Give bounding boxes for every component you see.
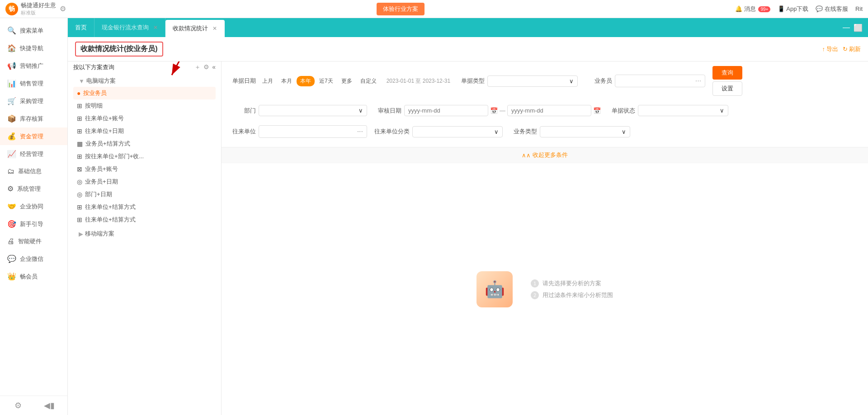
dept-select[interactable]: ∨ <box>259 105 367 116</box>
marketing-icon: 📢 <box>7 61 16 70</box>
settings-button[interactable]: 设置 <box>712 81 742 96</box>
messages-badge: 99+ <box>758 6 770 12</box>
filter-field-salesperson: 业务员 ··· <box>585 75 705 87</box>
filter-field-auditdate: 审核日期 📅 — 📅 <box>374 105 601 116</box>
scheme-item-salesperson-date[interactable]: ◎ 业务员+日期 <box>73 175 216 188</box>
settings-icon[interactable]: ⚙ <box>60 5 66 13</box>
logo-icon: 畅 <box>5 3 18 15</box>
scheme-add-icon[interactable]: ＋ <box>194 63 201 71</box>
scheme-item-by-detail[interactable]: ⊞ 按明细 <box>73 99 216 112</box>
scheme-item-icon-8: ◎ <box>77 191 82 198</box>
scheme-item-icon-9: ⊞ <box>77 203 82 211</box>
page-header: 收款情况统计(按业务员) ↑ 导出 ↻ 刷新 <box>68 37 868 61</box>
sidebar-item-guide[interactable]: 🎯 新手引导 <box>0 215 67 233</box>
export-button[interactable]: ↑ 导出 <box>822 45 839 53</box>
step-1-num: 1 <box>531 279 539 288</box>
sidebar-item-hardware[interactable]: 🖨 智能硬件 <box>0 233 67 250</box>
date-tab-custom[interactable]: 自定义 <box>357 76 380 86</box>
tab-collection-stat-close[interactable]: ✕ <box>212 25 217 32</box>
empty-steps: 1 请先选择要分析的方案 2 用过滤条件来缩小分析范围 <box>531 279 613 299</box>
doctype-select[interactable]: ∨ <box>487 75 578 87</box>
sidebar-item-operations[interactable]: 📈 经营管理 <box>0 145 67 163</box>
basic-icon: 🗂 <box>7 167 14 175</box>
scheme-item-unit-calc2[interactable]: ⊞ 往来单位+结算方式 <box>73 213 216 226</box>
docstatus-select[interactable]: ∨ <box>638 105 728 116</box>
enterprise-icon: 🤝 <box>7 202 16 211</box>
scheme-item-by-salesperson[interactable]: ● 按业务员 <box>73 87 216 99</box>
sidebar-collapse-btn[interactable]: ◀▮ <box>36 401 63 410</box>
finance-icon: 💰 <box>7 132 16 141</box>
scheme-group-desktop-title[interactable]: ▼ 电脑端方案 <box>73 75 216 87</box>
tab-bank-flow-close[interactable]: ✕ <box>153 24 158 31</box>
app-download-link[interactable]: 📱 App下载 <box>778 5 808 13</box>
scheme-item-salesperson-acct[interactable]: ⊠ 业务员+账号 <box>73 163 216 175</box>
filter-field-date: 单据日期 上月 本月 本年 近7天 更多 自定义 2023-01-01 至 20… <box>229 76 450 86</box>
sidebar-item-member[interactable]: 👑 畅会员 <box>0 268 67 285</box>
scheme-collapse-icon[interactable]: « <box>212 63 216 71</box>
filter-field-docstatus: 单据状态 ∨ <box>608 105 728 116</box>
biztype-select[interactable]: ∨ <box>540 126 630 137</box>
date-tab-this-year[interactable]: 本年 <box>297 76 315 86</box>
scheme-item-unit-account[interactable]: ⊞ 往来单位+账号 <box>73 112 216 125</box>
filter-row-1: 单据日期 上月 本月 本年 近7天 更多 自定义 2023-01-01 至 20… <box>229 66 861 96</box>
scheme-group-desktop-items: ● 按业务员 ⊞ 按明细 ⊞ 往来单位+账号 <box>73 87 216 226</box>
page-title: 收款情况统计(按业务员) <box>80 45 158 52</box>
scheme-item-dept-date[interactable]: ◎ 部门+日期 <box>73 188 216 201</box>
salesperson-more-icon[interactable]: ··· <box>695 77 701 85</box>
collapse-label: 收起更多条件 <box>533 151 568 159</box>
sidebar-item-marketing[interactable]: 📢 营销推广 <box>0 57 67 75</box>
scheme-item-salesperson-calc[interactable]: ▦ 业务员+结算方式 <box>73 137 216 150</box>
sidebar-item-inventory[interactable]: 📦 库存核算 <box>0 110 67 127</box>
sidebar-item-enterprise[interactable]: 🤝 企业协同 <box>0 198 67 215</box>
tab-collection-stat[interactable]: 收款情况统计 ✕ <box>165 20 225 37</box>
calendar-from-icon: 📅 <box>490 107 498 114</box>
tab-home[interactable]: 首页 <box>68 18 94 37</box>
sidebar-item-finance[interactable]: 💰 资金管理 <box>0 127 67 145</box>
scheme-item-icon-1: ⊞ <box>77 102 82 109</box>
sidebar-bottom: ⚙ ◀▮ <box>0 396 67 415</box>
sidebar-item-quicknav[interactable]: 🏠 快捷导航 <box>0 39 67 57</box>
date-tab-7days[interactable]: 近7天 <box>316 76 337 86</box>
scheme-item-unit-dept[interactable]: ⊞ 按往来单位+部门+收... <box>73 150 216 163</box>
sidebar-item-search[interactable]: 🔍 搜索菜单 <box>0 22 67 39</box>
filter-content: 单据日期 上月 本月 本年 近7天 更多 自定义 2023-01-01 至 20… <box>229 66 861 142</box>
tab-maximize-icon[interactable]: ⬜ <box>854 24 863 32</box>
sidebar-item-wechat[interactable]: 💬 企业微信 <box>0 250 67 268</box>
sidebar-item-sales[interactable]: 📊 销售管理 <box>0 75 67 92</box>
user-name[interactable]: Rit <box>855 5 863 12</box>
salesperson-label: 业务员 <box>585 77 612 85</box>
audit-date-from[interactable] <box>404 105 488 116</box>
sidebar-item-purchase[interactable]: 🛒 采购管理 <box>0 92 67 110</box>
filter-field-biztype: 业务类型 ∨ <box>510 126 630 137</box>
sidebar-item-basic[interactable]: 🗂 基础信息 <box>0 163 67 180</box>
date-tab-last-month[interactable]: 上月 <box>259 76 277 86</box>
scheme-item-icon-5: ⊞ <box>77 153 82 160</box>
date-tab-this-month[interactable]: 本月 <box>278 76 296 86</box>
scheme-item-unit-calc1[interactable]: ⊞ 往来单位+结算方式 <box>73 201 216 213</box>
filter-top: 单据日期 上月 本月 本年 近7天 更多 自定义 2023-01-01 至 20… <box>222 61 868 147</box>
refresh-button[interactable]: ↻ 刷新 <box>843 45 861 53</box>
tab-bank-flow[interactable]: 现金银行流水查询 ✕ <box>94 18 165 37</box>
query-button[interactable]: 查询 <box>712 66 742 80</box>
collapse-bar[interactable]: ∧∧ 收起更多条件 <box>222 147 868 163</box>
counterpart-cat-select[interactable]: ∨ <box>412 126 503 137</box>
scheme-header-actions: ＋ ⚙ « <box>194 63 216 71</box>
counterpart-select[interactable]: ··· <box>259 125 367 138</box>
scheme-item-icon-2: ⊞ <box>77 115 82 122</box>
salesperson-select[interactable]: ··· <box>615 75 705 87</box>
scheme-item-unit-date[interactable]: ⊞ 往来单位+日期 <box>73 125 216 137</box>
scheme-group-mobile-title[interactable]: ▶ 移动端方案 <box>73 228 216 240</box>
messages-link[interactable]: 🔔 消息 99+ <box>735 5 770 13</box>
scheme-settings-icon[interactable]: ⚙ <box>203 63 209 71</box>
edition-label: 标准版 <box>21 9 56 16</box>
online-service-link[interactable]: 💬 在线客服 <box>816 5 848 13</box>
counterpart-more-icon[interactable]: ··· <box>357 127 363 136</box>
main-right: 单据日期 上月 本月 本年 近7天 更多 自定义 2023-01-01 至 20… <box>222 61 868 415</box>
empty-illustration: 🤖 <box>476 271 513 307</box>
sidebar-item-system[interactable]: ⚙ 系统管理 <box>0 180 67 198</box>
tab-minimize-icon[interactable]: — <box>843 24 850 32</box>
sidebar-settings-btn[interactable]: ⚙ <box>5 401 32 410</box>
trial-button[interactable]: 体验行业方案 <box>377 3 425 15</box>
audit-date-to[interactable] <box>507 105 591 116</box>
date-tab-more[interactable]: 更多 <box>338 76 356 86</box>
